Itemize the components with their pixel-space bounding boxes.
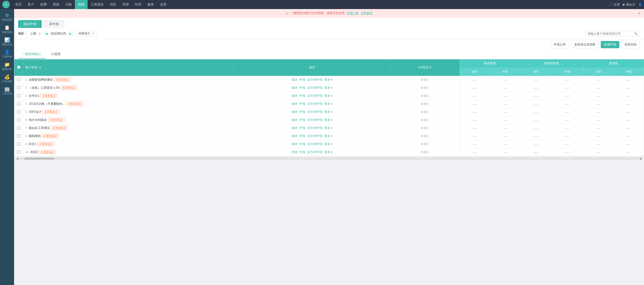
op-set-zero[interactable]: 设为零申报	[307, 94, 323, 98]
row-checkbox-8[interactable]	[17, 142, 20, 146]
op-more[interactable]: 更多▼	[324, 78, 333, 81]
date-prev-btn[interactable]: ◀	[44, 31, 49, 36]
status-badge[interactable]: 未更新核定	[37, 142, 54, 146]
row-checkbox-5[interactable]	[17, 118, 20, 121]
op-tax-form[interactable]: 税表	[292, 126, 298, 130]
check-all-checkbox[interactable]	[17, 66, 20, 69]
op-submit[interactable]: 申报	[299, 118, 305, 122]
op-submit[interactable]: 申报	[299, 150, 305, 154]
fullscreen-btn[interactable]: ⛶ 全屏	[610, 3, 620, 7]
scroll-left-btn[interactable]: ◀	[15, 157, 19, 160]
upgrade-btn[interactable]: ▶ 畅会员	[623, 3, 635, 7]
update-tax-btn[interactable]: 更新税定及取数	[571, 41, 599, 48]
row-checkbox-4[interactable]	[17, 110, 20, 113]
op-tax-form[interactable]: 税表	[292, 102, 298, 106]
row-checkbox-0[interactable]	[17, 78, 20, 81]
sort-icon[interactable]: ▼	[39, 66, 41, 69]
op-submit[interactable]: 申报	[299, 94, 305, 98]
op-set-zero[interactable]: 设为零申报	[307, 86, 323, 89]
status-badge[interactable]: 未更新核定	[42, 134, 59, 138]
nav-client[interactable]: 客户	[25, 0, 37, 9]
sidebar-item-business-report[interactable]: 🏢 工商年报	[0, 85, 14, 97]
op-tax-form[interactable]: 税表	[292, 150, 298, 154]
status-badge[interactable]: 未更新核定	[43, 110, 59, 114]
op-tax-form[interactable]: 税表	[292, 86, 298, 89]
op-set-zero[interactable]: 设为零申报	[307, 150, 323, 154]
op-tax-form[interactable]: 税表	[292, 142, 298, 146]
op-tax-form[interactable]: 税表	[292, 78, 298, 81]
op-tax-form[interactable]: 税表	[292, 94, 298, 98]
nav-billing[interactable]: 收费	[37, 0, 50, 9]
op-set-zero[interactable]: 设为零申报	[307, 110, 323, 114]
batch-submit-btn[interactable]: 批量申报	[601, 41, 619, 48]
row-checkbox-6[interactable]	[17, 126, 20, 129]
status-badge[interactable]: 未更新核定	[41, 94, 57, 98]
row-checkbox-2[interactable]	[17, 94, 20, 97]
status-badge[interactable]: 未更新核定	[48, 118, 65, 122]
row-checkbox-3[interactable]	[17, 102, 20, 105]
op-submit[interactable]: 申报	[299, 102, 305, 106]
sidebar-item-tax-settings[interactable]: ⚙ 报税设置	[0, 11, 14, 23]
row-checkbox-1[interactable]	[17, 86, 20, 89]
staff-selector[interactable]: 全部员工 ▼	[76, 30, 97, 37]
tab-small-scale[interactable]: 小规模	[47, 50, 65, 59]
sidebar-item-tax-overview[interactable]: 📊 报税总览	[0, 36, 14, 48]
op-set-zero[interactable]: 设为零申报	[307, 78, 323, 81]
nav-accounting[interactable]: 记账	[62, 0, 75, 9]
sidebar-item-personal-tax[interactable]: 👤 个税申报	[0, 48, 14, 60]
collect-receipt-btn[interactable]: 收取回执	[621, 41, 640, 48]
sidebar-item-settlement[interactable]: 💰 汇算清缴	[0, 73, 14, 85]
status-badge[interactable]: 未更新核定	[61, 86, 77, 90]
op-submit[interactable]: 申报	[299, 142, 305, 146]
op-more[interactable]: 更多▼	[324, 86, 333, 89]
op-set-zero[interactable]: 设为零申报	[307, 134, 323, 138]
op-tax-form[interactable]: 税表	[292, 118, 298, 122]
logo[interactable]: C	[2, 1, 10, 9]
op-set-zero[interactable]: 设为零申报	[307, 102, 323, 106]
scroll-right-btn[interactable]: ▶	[639, 157, 643, 160]
op-tax-form[interactable]: 税表	[292, 134, 298, 138]
info-icon[interactable]: ℹ	[39, 32, 41, 35]
op-set-zero[interactable]: 设为零申报	[307, 126, 323, 130]
op-submit[interactable]: 申报	[299, 126, 305, 130]
tab-general-taxpayer[interactable]: 一般的纳税人	[18, 50, 46, 59]
tab-tax-declaration[interactable]: 税款申报	[18, 20, 42, 28]
op-more[interactable]: 更多▼	[324, 110, 333, 114]
op-more[interactable]: 更多▼	[324, 134, 333, 138]
avatar[interactable]: 👤	[638, 3, 642, 6]
search-icon[interactable]: 🔍	[634, 32, 638, 35]
status-badge[interactable]: 未更新核定	[39, 150, 56, 154]
nav-business[interactable]: 工商项目	[88, 0, 107, 9]
nav-settings[interactable]: 设置	[157, 0, 170, 9]
op-more[interactable]: 更多▼	[324, 150, 333, 154]
sidebar-item-tax-records[interactable]: 📁 报税记录	[0, 60, 14, 73]
declaration-records-btn[interactable]: 申报记录	[550, 41, 569, 48]
status-badge[interactable]: 未更新核定	[54, 78, 71, 82]
op-more[interactable]: 更多▼	[324, 142, 333, 146]
op-more[interactable]: 更多▼	[324, 102, 333, 106]
status-badge[interactable]: 未更新核定	[51, 126, 68, 130]
banner-close-btn[interactable]: ✕	[638, 11, 641, 15]
op-set-zero[interactable]: 设为零申报	[307, 142, 323, 146]
op-more[interactable]: 更多▼	[324, 126, 333, 130]
row-checkbox-7[interactable]	[17, 134, 20, 137]
op-more[interactable]: 更多▼	[324, 94, 333, 98]
nav-home[interactable]: 首页	[12, 0, 25, 9]
nav-tax[interactable]: 报税	[75, 0, 88, 9]
op-submit[interactable]: 申报	[299, 110, 305, 114]
sidebar-item-batch-tax[interactable]: 📋 批量报税	[0, 23, 14, 36]
op-submit[interactable]: 申报	[299, 134, 305, 138]
scroll-thumb[interactable]	[24, 158, 54, 160]
op-tax-form[interactable]: 税表	[292, 110, 298, 114]
status-badge[interactable]: 未更新核定	[66, 102, 83, 106]
date-next-btn[interactable]: ▶	[68, 31, 73, 36]
op-more[interactable]: 更多▼	[324, 118, 333, 122]
nav-invoice[interactable]: 票据	[50, 0, 62, 9]
nav-message[interactable]: 消息	[107, 0, 119, 9]
op-submit[interactable]: 申报	[299, 78, 305, 81]
banner-link-report[interactable]: 申报汇签	[347, 11, 359, 15]
nav-service[interactable]: 服务	[144, 0, 157, 9]
row-checkbox-9[interactable]	[17, 150, 20, 154]
banner-link-buy[interactable]: 立即购买	[361, 11, 373, 15]
horizontal-scrollbar[interactable]: ◀ ▶	[14, 156, 644, 160]
